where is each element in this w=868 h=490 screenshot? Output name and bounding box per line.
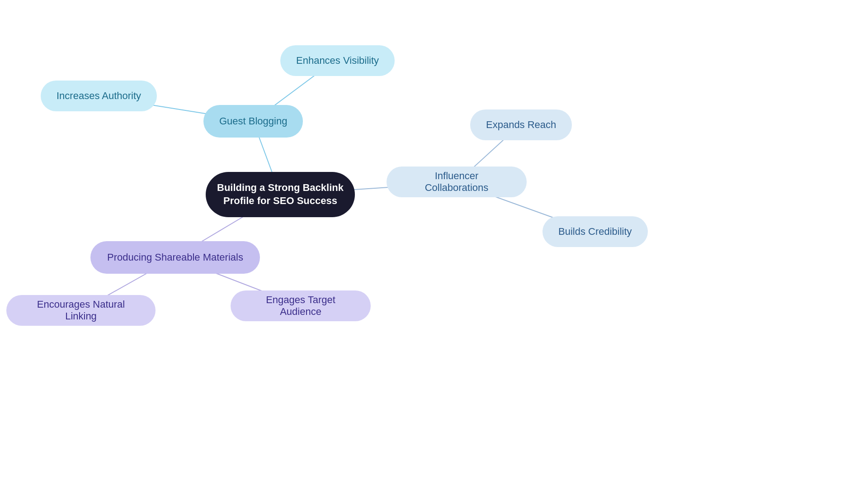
enhances-visibility-label: Enhances Visibility bbox=[296, 55, 379, 67]
enhances-visibility-node: Enhances Visibility bbox=[280, 45, 395, 76]
encourages-linking-label: Encourages Natural Linking bbox=[22, 299, 140, 322]
producing-shareable-node: Producing Shareable Materials bbox=[90, 241, 260, 274]
center-label: Building a Strong Backlink Profile for S… bbox=[215, 181, 346, 207]
increases-authority-label: Increases Authority bbox=[57, 90, 141, 102]
encourages-linking-node: Encourages Natural Linking bbox=[6, 295, 156, 326]
expands-reach-label: Expands Reach bbox=[486, 119, 556, 131]
engages-audience-label: Engages Target Audience bbox=[246, 294, 355, 318]
expands-reach-node: Expands Reach bbox=[470, 109, 572, 140]
guest-blogging-label: Guest Blogging bbox=[219, 115, 287, 127]
center-node: Building a Strong Backlink Profile for S… bbox=[206, 172, 355, 217]
builds-credibility-node: Builds Credibility bbox=[542, 216, 648, 247]
guest-blogging-node: Guest Blogging bbox=[203, 105, 303, 138]
influencer-collaborations-node: Influencer Collaborations bbox=[387, 167, 527, 197]
producing-shareable-label: Producing Shareable Materials bbox=[107, 252, 243, 263]
influencer-collaborations-label: Influencer Collaborations bbox=[402, 170, 511, 194]
engages-audience-node: Engages Target Audience bbox=[231, 290, 371, 321]
builds-credibility-label: Builds Credibility bbox=[558, 226, 632, 238]
increases-authority-node: Increases Authority bbox=[41, 81, 157, 111]
